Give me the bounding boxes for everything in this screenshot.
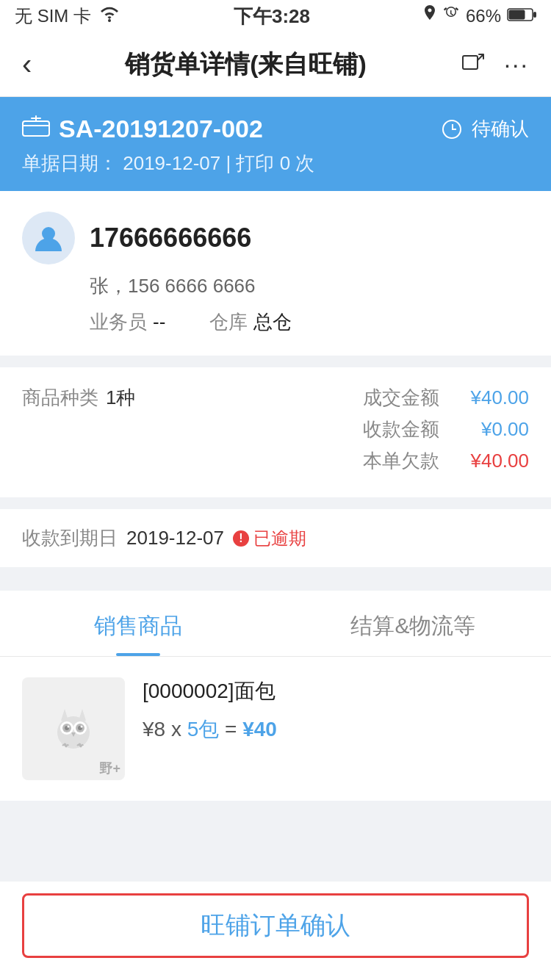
status-bar: 无 SIM 卡 下午3:28 66% <box>0 0 551 32</box>
category-value: 1种 <box>106 385 135 411</box>
product-price-row: ¥8 x 5包 = ¥40 <box>143 716 529 743</box>
owed-label: 本单欠款 <box>363 448 439 474</box>
svg-point-0 <box>108 19 111 22</box>
divider-1 <box>0 579 551 591</box>
print-label: | 打印 <box>226 152 279 174</box>
received-value: ¥0.00 <box>448 418 529 441</box>
salesman-value: -- <box>153 311 165 334</box>
back-button[interactable]: ‹ <box>22 48 32 81</box>
product-thumbnail: 野+ <box>22 677 125 780</box>
svg-point-16 <box>68 726 70 728</box>
overdue-dot-icon: ! <box>233 530 249 547</box>
order-box-icon <box>22 115 50 143</box>
customer-meta: 业务员 -- 仓库 总仓 <box>22 309 529 335</box>
tab-settlement-logistics[interactable]: 结算&物流等 <box>276 591 551 656</box>
svg-marker-9 <box>79 709 86 721</box>
order-id-text: SA-20191207-002 <box>59 115 263 143</box>
share-icon[interactable] <box>460 48 486 80</box>
summary-right: 成交金额 ¥40.00 收款金额 ¥0.00 本单欠款 ¥40.00 <box>363 385 529 480</box>
customer-section: 17666666666 张，156 6666 6666 业务员 -- 仓库 总仓 <box>0 191 551 356</box>
print-count: 0 <box>280 152 290 174</box>
product-card: 野+ [0000002]面包 ¥8 x 5包 = ¥40 <box>0 657 551 801</box>
alarm-icon <box>442 5 460 27</box>
order-header: SA-20191207-002 待确认 单据日期： 2019-12-07 | 打… <box>0 97 551 191</box>
location-icon <box>423 5 436 27</box>
carrier-label: 无 SIM 卡 <box>15 4 91 28</box>
product-name: [0000002]面包 <box>143 677 529 705</box>
svg-rect-2 <box>533 12 536 18</box>
order-id-row: SA-20191207-002 <box>22 115 263 143</box>
clock-icon <box>442 120 461 139</box>
product-name-text: 面包 <box>234 680 276 702</box>
product-info: [0000002]面包 ¥8 x 5包 = ¥40 <box>143 677 529 743</box>
summary-section: 商品种类 1种 成交金额 ¥40.00 收款金额 ¥0.00 本单欠款 ¥40.… <box>0 367 551 497</box>
page-title: 销货单详情(来自旺铺) <box>125 48 367 82</box>
warehouse-label: 仓库 <box>209 309 248 335</box>
status-right: 66% <box>423 5 536 27</box>
battery-icon <box>507 6 536 26</box>
overdue-text: 已逾期 <box>253 527 306 550</box>
category-label: 商品种类 <box>22 385 98 411</box>
battery-label: 66% <box>466 6 501 26</box>
order-date-row: 单据日期： 2019-12-07 | 打印 0 次 <box>22 151 529 176</box>
svg-point-17 <box>81 726 83 728</box>
amount-value: ¥40.00 <box>448 386 529 409</box>
amount-label: 成交金额 <box>363 385 439 411</box>
customer-phone: 17666666666 <box>90 223 251 253</box>
date-label: 单据日期： <box>22 152 118 174</box>
due-section: 收款到期日 2019-12-07 ! 已逾期 <box>0 509 551 567</box>
svg-rect-5 <box>23 121 49 136</box>
received-label: 收款金额 <box>363 417 439 442</box>
confirm-order-button[interactable]: 旺铺订单确认 <box>22 893 529 958</box>
overdue-badge: ! 已逾期 <box>233 527 306 550</box>
bottom-bar: 旺铺订单确认 <box>0 882 551 980</box>
product-code: [0000002] <box>143 680 234 702</box>
due-date: 2019-12-07 <box>126 527 224 550</box>
summary-left: 商品种类 1种 <box>22 385 135 411</box>
avatar <box>22 212 75 264</box>
customer-name: 张，156 6666 6666 <box>22 273 529 299</box>
status-time: 下午3:28 <box>234 4 310 29</box>
product-price: ¥8 x <box>143 718 187 741</box>
svg-rect-3 <box>508 10 525 20</box>
status-left: 无 SIM 卡 <box>15 4 120 28</box>
product-equals: = <box>225 718 242 741</box>
svg-marker-8 <box>61 709 68 721</box>
tabs: 销售商品 结算&物流等 <box>0 591 551 657</box>
svg-rect-4 <box>463 56 478 69</box>
due-label: 收款到期日 <box>22 525 118 551</box>
wifi-icon <box>98 6 120 26</box>
owed-value: ¥40.00 <box>448 450 529 472</box>
customer-top: 17666666666 <box>22 212 529 264</box>
tab-sales-products[interactable]: 销售商品 <box>0 591 276 656</box>
product-qty: 5包 <box>187 718 220 741</box>
more-icon[interactable]: ··· <box>504 50 529 79</box>
nav-bar: ‹ 销货单详情(来自旺铺) ··· <box>0 32 551 97</box>
status-text: 待确认 <box>472 116 529 142</box>
warehouse-value: 总仓 <box>253 309 292 335</box>
print-unit: 次 <box>295 152 314 174</box>
order-date: 2019-12-07 <box>123 152 220 174</box>
order-status: 待确认 <box>442 116 529 142</box>
salesman-label: 业务员 <box>90 309 147 335</box>
product-total: ¥40 <box>242 718 277 741</box>
nav-icons: ··· <box>460 48 529 80</box>
